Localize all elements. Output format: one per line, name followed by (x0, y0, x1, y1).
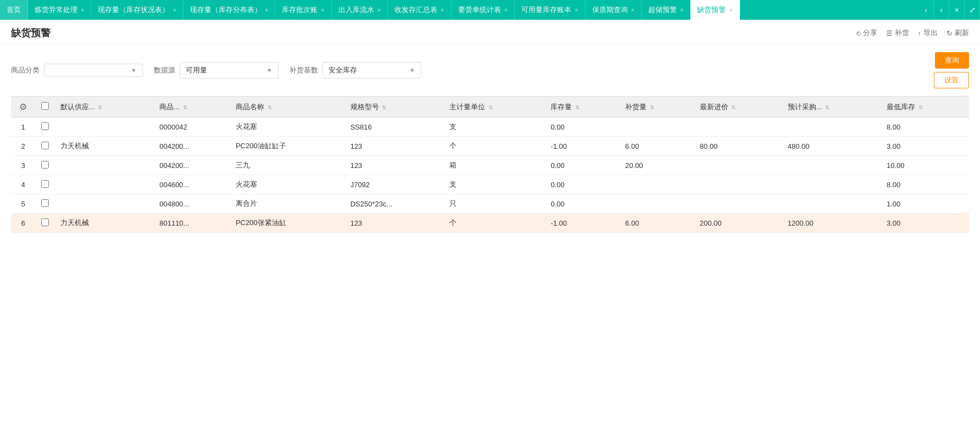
row-unit-2: 个 (444, 137, 545, 156)
spec-sort-icon[interactable]: ⇅ (382, 104, 386, 110)
row-checkbox-5[interactable] (41, 199, 49, 207)
th-unit-label: 主计量单位 (449, 103, 485, 111)
latest-price-sort-icon[interactable]: ⇅ (731, 104, 736, 110)
row-unit-6: 个 (444, 214, 545, 233)
nav-tab-shou-fa-cun-close[interactable]: × (441, 7, 444, 13)
nav-tab-que-huo[interactable]: 缺货预警 × (691, 0, 739, 20)
row-min-stock-4: 8.00 (881, 175, 969, 194)
nav-tab-lian-huo-close[interactable]: × (81, 7, 84, 13)
replenish-base-select[interactable]: 安全库存 ▼ (322, 62, 421, 79)
main-table: ⚙ 默认供应... ⇅ 商品... ⇅ 商品名称 ⇅ (11, 96, 969, 233)
nav-tab-bao-zhi-qi-close[interactable]: × (631, 7, 634, 13)
th-replenish: 补货量 ⇅ (620, 97, 694, 117)
nav-tab-ke-yong-liang[interactable]: 可用量库存账本 × (515, 0, 585, 20)
category-select[interactable]: ▼ (44, 64, 143, 77)
table-row: 4 004600... 火花塞 J7092 支 0.00 8.00 (11, 175, 969, 194)
table-row: 2 力天机械 004200... PC200油缸缸子 123 个 -1.00 6… (11, 137, 969, 156)
nav-tab-yao-huo-dan-close[interactable]: × (504, 7, 508, 13)
nav-tab-ke-yong-liang-label: 可用量库存账本 (521, 5, 571, 15)
supplier-sort-icon[interactable]: ⇅ (98, 104, 102, 110)
replenish-base-label: 补货基数 (289, 65, 318, 75)
nav-tab-shou-fa-cun[interactable]: 收发存汇总表 × (388, 0, 451, 20)
nav-tab-chao-chu-close[interactable]: × (680, 7, 683, 13)
th-unit: 主计量单位 ⇅ (444, 97, 545, 117)
nav-tab-ku-cun-pi[interactable]: 库存批次账 × (275, 0, 331, 20)
refresh-button[interactable]: ↻ 刷新 (946, 28, 969, 38)
datasource-chevron-down-icon: ▼ (266, 67, 272, 74)
unit-sort-icon[interactable]: ⇅ (488, 104, 493, 110)
row-checkbox-4[interactable] (41, 180, 49, 188)
row-replenish-4 (620, 175, 694, 194)
th-replenish-label: 补货量 (625, 103, 647, 111)
query-button[interactable]: 查询 (935, 52, 969, 69)
share-label: 分享 (863, 28, 877, 38)
row-checkbox-2[interactable] (41, 142, 49, 149)
row-product-name-4: 火花塞 (230, 175, 345, 194)
row-index-2: 2 (11, 137, 35, 156)
share-button[interactable]: ⎋ 分享 (856, 28, 877, 38)
th-est-purchase: 预计采购... ⇅ (782, 97, 881, 117)
nav-tab-bao-zhi-qi[interactable]: 保质期查询 × (586, 0, 642, 20)
nav-tab-xian-cun-dist-close[interactable]: × (265, 7, 268, 13)
stock-sort-icon[interactable]: ⇅ (575, 104, 580, 110)
select-all-checkbox[interactable] (41, 102, 49, 110)
row-checkbox-3[interactable] (41, 161, 49, 169)
est-purchase-sort-icon[interactable]: ⇅ (825, 104, 829, 110)
nav-tab-ke-yong-liang-close[interactable]: × (575, 7, 578, 13)
row-latest-price-4 (694, 175, 782, 194)
row-checkbox-6[interactable] (41, 218, 49, 226)
nav-tab-home[interactable]: 首页 (0, 0, 28, 20)
nav-tab-ku-cun-pi-close[interactable]: × (321, 7, 324, 13)
row-index-1: 1 (11, 117, 35, 137)
replenish-base-chevron-down-icon: ▼ (409, 67, 415, 74)
nav-tab-chao-chu[interactable]: 超储预警 × (642, 0, 691, 20)
datasource-select[interactable]: 可用量 ▼ (180, 62, 279, 79)
nav-tab-chu-ru-ku[interactable]: 出入库流水 × (332, 0, 388, 20)
row-min-stock-6: 3.00 (881, 214, 969, 233)
row-checkbox-cell-2 (35, 137, 55, 156)
th-gear: ⚙ (11, 97, 35, 117)
nav-expand-btn[interactable]: ⤢ (965, 0, 980, 20)
product-name-sort-icon[interactable]: ⇅ (268, 104, 272, 110)
nav-tab-xian-cun-status[interactable]: 现存量（库存状况表） × (91, 0, 183, 20)
th-product-name-label: 商品名称 (236, 103, 264, 111)
row-product-name-5: 离合片 (230, 194, 345, 214)
settings-gear-icon[interactable]: ⚙ (19, 102, 27, 111)
nav-tab-xian-cun-status-close[interactable]: × (172, 7, 176, 13)
nav-next-btn[interactable]: › (934, 0, 949, 20)
row-checkbox-cell-4 (35, 175, 55, 194)
settings-button[interactable]: 设置 (934, 72, 969, 88)
row-est-purchase-2: 480.00 (782, 137, 881, 156)
row-latest-price-5 (694, 194, 782, 214)
min-stock-sort-icon[interactable]: ⇅ (918, 104, 923, 110)
nav-tab-xian-cun-dist[interactable]: 现存量（库存分布表） × (183, 0, 275, 20)
nav-tab-que-huo-close[interactable]: × (729, 7, 732, 13)
export-button[interactable]: ↑ 导出 (918, 28, 938, 38)
nav-tab-ku-cun-pi-label: 库存批次账 (282, 5, 318, 15)
nav-tab-chao-chu-label: 超储预警 (648, 5, 677, 15)
product-code-sort-icon[interactable]: ⇅ (183, 104, 187, 110)
nav-tab-chu-ru-ku-label: 出入库流水 (338, 5, 374, 15)
nav-tab-yao-huo-dan[interactable]: 要货单统计表 × (452, 0, 515, 20)
table-header-row: ⚙ 默认供应... ⇅ 商品... ⇅ 商品名称 ⇅ (11, 97, 969, 117)
nav-arrows: ‹ › × ⤢ (918, 0, 980, 20)
replenish-sort-icon[interactable]: ⇅ (650, 104, 654, 110)
share-icon: ⎋ (856, 29, 861, 37)
row-replenish-2: 6.00 (620, 137, 694, 156)
row-unit-4: 支 (444, 175, 545, 194)
nav-prev-btn[interactable]: ‹ (918, 0, 934, 20)
table-container: ⚙ 默认供应... ⇅ 商品... ⇅ 商品名称 ⇅ (0, 96, 980, 233)
row-min-stock-1: 8.00 (881, 117, 969, 137)
nav-close-btn[interactable]: × (949, 0, 965, 20)
replenish-button[interactable]: ☰ 补货 (886, 28, 909, 38)
row-supplier-1 (55, 117, 154, 137)
row-stock-5: 0.00 (545, 194, 620, 214)
replenish-base-select-value: 安全库存 (328, 65, 394, 75)
th-latest-price-label: 最新进价 (700, 103, 728, 111)
row-product-code-5: 004800... (154, 194, 230, 214)
nav-tab-chu-ru-ku-close[interactable]: × (377, 7, 381, 13)
row-stock-2: -1.00 (545, 137, 620, 156)
row-checkbox-1[interactable] (41, 122, 49, 130)
nav-tab-lian-huo[interactable]: 炼货异常处理 × (28, 0, 91, 20)
th-est-purchase-label: 预计采购... (788, 103, 822, 111)
